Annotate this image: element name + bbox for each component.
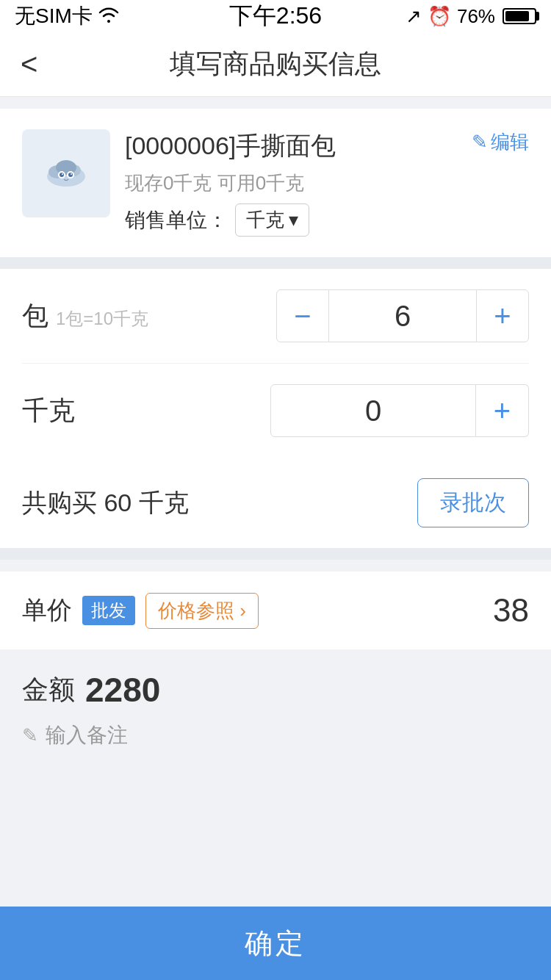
bao-label: 包 1包=10千克 <box>22 298 148 334</box>
page-title: 填写商品购买信息 <box>170 46 381 82</box>
product-stock: 现存0千克 可用0千克 <box>125 170 529 196</box>
alarm-icon: ⏰ <box>428 5 451 28</box>
batch-button[interactable]: 录批次 <box>417 478 529 527</box>
separator-2 <box>0 548 551 560</box>
nav-bar: < 填写商品购买信息 <box>0 32 551 97</box>
price-reference-button[interactable]: 价格参照 › <box>145 593 259 629</box>
wifi-icon <box>98 4 119 28</box>
separator-1 <box>0 257 551 269</box>
remark-placeholder: 输入备注 <box>46 721 128 749</box>
product-unit-row: 销售单位： 千克 ▾ <box>125 203 529 237</box>
price-value: 38 <box>493 592 529 629</box>
product-name: [0000006]手撕面包 <box>125 129 529 163</box>
battery-percent: 76% <box>457 5 495 28</box>
confirm-button[interactable]: 确定 <box>0 907 551 980</box>
amount-value: 2280 <box>85 670 160 710</box>
bao-sub: 1包=10千克 <box>56 307 148 331</box>
total-text: 共购买 60 千克 <box>22 486 189 520</box>
product-info: [0000006]手撕面包 现存0千克 可用0千克 销售单位： 千克 ▾ <box>125 129 529 237</box>
product-image <box>22 129 110 217</box>
remark-row[interactable]: ✎ 输入备注 <box>22 721 529 749</box>
product-card: [0000006]手撕面包 现存0千克 可用0千克 销售单位： 千克 ▾ ✎ 编… <box>0 109 551 257</box>
carrier-text: 无SIM卡 <box>15 2 93 30</box>
main-content: [0000006]手撕面包 现存0千克 可用0千克 销售单位： 千克 ▾ ✎ 编… <box>0 109 551 980</box>
status-left: 无SIM卡 <box>15 2 119 30</box>
kg-label: 千克 <box>22 393 75 429</box>
status-right: ↗ ⏰ 76% <box>406 5 536 28</box>
bao-minus-button[interactable]: − <box>276 289 329 342</box>
price-section: 单价 批发 价格参照 › 38 <box>0 572 551 649</box>
bao-plus-button[interactable]: + <box>476 289 529 342</box>
amount-section: 金额 2280 ✎ 输入备注 <box>0 649 551 761</box>
svg-point-8 <box>62 173 63 175</box>
svg-point-7 <box>68 173 73 177</box>
price-type-tag: 批发 <box>82 596 135 625</box>
amount-label: 金额 <box>22 672 75 708</box>
unit-label: 销售单位： <box>125 206 228 234</box>
battery-bar <box>503 8 536 24</box>
unit-selector[interactable]: 千克 ▾ <box>235 203 309 237</box>
bao-controls: − + <box>276 289 529 342</box>
bao-quantity-input[interactable] <box>329 289 476 342</box>
input-section: 包 1包=10千克 − + 千克 + <box>0 269 551 458</box>
time-display: 下午2:56 <box>229 0 322 32</box>
total-qty: 60 <box>104 489 132 516</box>
price-label: 单价 <box>22 594 72 627</box>
chevron-down-icon: ▾ <box>289 209 298 231</box>
amount-row: 金额 2280 <box>22 670 529 710</box>
edit-icon: ✎ <box>472 131 488 154</box>
bao-input-row: 包 1包=10千克 − + <box>22 269 529 364</box>
svg-point-6 <box>60 173 64 177</box>
back-button[interactable]: < <box>21 48 37 81</box>
location-icon: ↗ <box>406 5 422 28</box>
status-bar: 无SIM卡 下午2:56 ↗ ⏰ 76% <box>0 0 551 32</box>
kg-quantity-input[interactable] <box>270 384 476 437</box>
kg-controls: + <box>270 384 529 437</box>
pencil-icon: ✎ <box>22 724 38 747</box>
svg-point-9 <box>71 173 72 175</box>
kg-input-row: 千克 + <box>22 364 529 458</box>
price-row: 单价 批发 价格参照 › 38 <box>22 592 529 629</box>
kg-plus-button[interactable]: + <box>476 384 529 437</box>
total-row: 共购买 60 千克 录批次 <box>0 458 551 548</box>
edit-button[interactable]: ✎ 编辑 <box>472 129 529 155</box>
